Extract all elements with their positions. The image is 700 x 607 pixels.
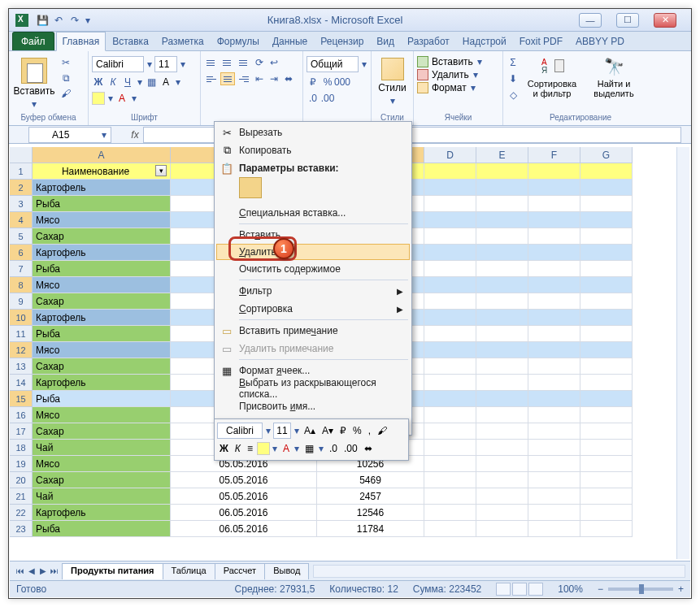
col-header-a[interactable]: A bbox=[33, 147, 171, 163]
styles-button[interactable]: Стили ▾ bbox=[375, 56, 410, 108]
cell[interactable]: Сахар bbox=[33, 293, 171, 310]
cell[interactable] bbox=[476, 212, 528, 228]
mt-comma[interactable]: , bbox=[366, 423, 373, 439]
cell[interactable] bbox=[528, 472, 580, 488]
cut-button[interactable]: ✂ bbox=[59, 56, 72, 69]
find-select-button[interactable]: 🔭 Найти и выделить bbox=[585, 56, 643, 98]
row-header[interactable]: 14 bbox=[10, 375, 33, 391]
cm-define-name[interactable]: Присвоить имя... bbox=[216, 397, 410, 415]
cell[interactable]: Сахар bbox=[33, 228, 171, 245]
align-middle-button[interactable] bbox=[220, 56, 235, 69]
cell[interactable] bbox=[580, 196, 633, 212]
cell[interactable] bbox=[580, 342, 633, 358]
mt-italic[interactable]: К bbox=[233, 440, 243, 457]
mt-merge[interactable]: ⬌ bbox=[362, 440, 375, 457]
cell[interactable] bbox=[528, 310, 580, 326]
cell[interactable]: Картофель bbox=[33, 180, 171, 196]
cell[interactable] bbox=[476, 505, 528, 521]
row-header[interactable]: 15 bbox=[10, 391, 33, 407]
cell[interactable] bbox=[528, 293, 580, 310]
cell[interactable] bbox=[580, 261, 633, 277]
cell[interactable] bbox=[476, 245, 528, 261]
sheet-nav-first[interactable]: ⏮ bbox=[15, 565, 26, 578]
cell[interactable] bbox=[580, 472, 633, 488]
cm-sort[interactable]: Сортировка▶ bbox=[216, 300, 410, 318]
cell[interactable] bbox=[476, 180, 528, 196]
cell[interactable] bbox=[580, 407, 633, 423]
qat-customize-icon[interactable]: ▾ bbox=[84, 13, 91, 28]
cell[interactable]: 06.05.2016 bbox=[171, 521, 317, 537]
row-header[interactable]: 4 bbox=[10, 212, 33, 228]
dropdown-icon[interactable]: ▾ bbox=[272, 443, 279, 454]
mt-percent[interactable]: % bbox=[350, 423, 364, 439]
clear-button[interactable]: ◇ bbox=[507, 89, 520, 102]
cell[interactable] bbox=[476, 472, 528, 488]
row-header[interactable]: 22 bbox=[10, 505, 33, 521]
cell[interactable] bbox=[528, 212, 580, 228]
sheet-tab[interactable]: Вывод bbox=[264, 563, 309, 579]
dropdown-icon[interactable]: ▾ bbox=[146, 59, 153, 70]
delete-cells-button[interactable]: Удалить▾ bbox=[417, 69, 484, 80]
cell[interactable]: 05.05.2016 bbox=[171, 488, 317, 505]
cell[interactable] bbox=[424, 245, 476, 261]
cell[interactable] bbox=[424, 180, 476, 196]
cell[interactable] bbox=[424, 488, 476, 505]
font-color-button[interactable]: A bbox=[115, 92, 128, 105]
cell[interactable] bbox=[424, 196, 476, 212]
cell[interactable] bbox=[476, 163, 528, 180]
mt-currency[interactable]: ₽ bbox=[337, 423, 349, 439]
cell[interactable]: Чай bbox=[33, 488, 171, 505]
cell[interactable]: Мясо bbox=[33, 342, 171, 358]
cell[interactable]: Чай bbox=[33, 440, 171, 456]
sheet-tab[interactable]: Продукты питания bbox=[62, 563, 163, 579]
row-header[interactable]: 12 bbox=[10, 342, 33, 358]
cell[interactable] bbox=[476, 196, 528, 212]
border-button[interactable]: ▦ bbox=[145, 76, 158, 89]
tab-data[interactable]: Данные bbox=[266, 32, 314, 50]
tab-developer[interactable]: Разработ bbox=[401, 32, 456, 50]
cm-pick-from-list[interactable]: Выбрать из раскрывающегося списка... bbox=[216, 379, 410, 397]
mt-font-size[interactable]: 11 bbox=[273, 423, 291, 439]
tab-abbyy[interactable]: ABBYY PD bbox=[569, 32, 631, 50]
cell[interactable] bbox=[476, 488, 528, 505]
cell[interactable] bbox=[424, 212, 476, 228]
cell[interactable] bbox=[580, 358, 633, 375]
cm-cut[interactable]: ✂Вырезать bbox=[216, 124, 410, 141]
cell[interactable] bbox=[580, 310, 633, 326]
sheet-nav-prev[interactable]: ◀ bbox=[26, 565, 37, 578]
cell[interactable] bbox=[476, 358, 528, 375]
autosum-button[interactable]: Σ bbox=[507, 56, 520, 69]
cell[interactable] bbox=[580, 440, 633, 456]
zoom-track[interactable] bbox=[608, 587, 673, 591]
cell[interactable] bbox=[476, 326, 528, 342]
row-header[interactable]: 18 bbox=[10, 440, 33, 456]
cell[interactable] bbox=[424, 472, 476, 488]
col-header-f[interactable]: F bbox=[528, 147, 580, 163]
zoom-out-button[interactable]: − bbox=[598, 583, 603, 595]
cell[interactable]: Сахар bbox=[33, 358, 171, 375]
dropdown-icon[interactable]: ▾ bbox=[130, 93, 137, 104]
cell[interactable]: 2457 bbox=[317, 488, 424, 505]
decrease-indent-button[interactable]: ⇤ bbox=[253, 72, 266, 85]
dropdown-icon[interactable]: ▾ bbox=[174, 76, 181, 88]
view-normal-button[interactable] bbox=[496, 583, 511, 596]
cell[interactable]: Сахар bbox=[33, 472, 171, 488]
cell[interactable]: 05.05.2016 bbox=[171, 472, 317, 488]
name-box[interactable]: A15 bbox=[28, 127, 111, 143]
orientation-button[interactable]: ⟳ bbox=[253, 56, 266, 69]
cell[interactable]: Мясо bbox=[33, 212, 171, 228]
decrease-decimal-button[interactable]: .00 bbox=[321, 92, 334, 105]
cell[interactable] bbox=[424, 521, 476, 537]
cell[interactable] bbox=[528, 423, 580, 440]
mt-increase-decimal[interactable]: .0 bbox=[327, 440, 340, 457]
row-header[interactable]: 3 bbox=[10, 196, 33, 212]
wrap-text-button[interactable]: ↩ bbox=[267, 56, 280, 69]
cell[interactable]: 5469 bbox=[317, 472, 424, 488]
cell[interactable] bbox=[580, 277, 633, 293]
sheet-tab[interactable]: Рассчет bbox=[215, 563, 266, 579]
cm-clear-contents[interactable]: Очистить содержимое bbox=[216, 260, 410, 278]
cell[interactable] bbox=[476, 521, 528, 537]
align-left-button[interactable] bbox=[204, 72, 219, 85]
row-header[interactable]: 10 bbox=[10, 310, 33, 326]
header-cell[interactable]: Наименование▾ bbox=[33, 163, 171, 180]
